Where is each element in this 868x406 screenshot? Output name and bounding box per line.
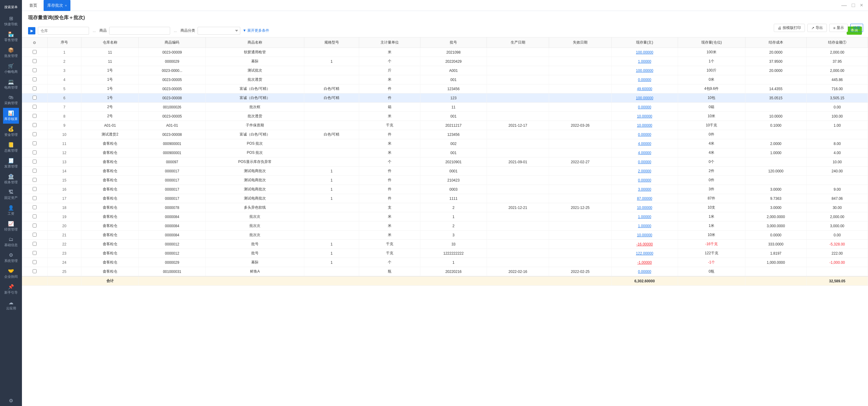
- row-checkbox[interactable]: [33, 160, 37, 164]
- row-checkbox[interactable]: [33, 114, 37, 118]
- col-prod-date[interactable]: 生产日期: [487, 37, 549, 48]
- row-checkbox[interactable]: [33, 178, 37, 182]
- export-button[interactable]: ↗ 导出: [807, 24, 827, 32]
- row-checkbox[interactable]: [33, 87, 37, 91]
- row-checkbox[interactable]: [33, 242, 37, 246]
- row-check[interactable]: [22, 249, 47, 258]
- row-check[interactable]: [22, 203, 47, 212]
- expand-conditions-button[interactable]: ▼ 展开更多条件: [243, 28, 844, 33]
- tab-close-icon[interactable]: ×: [65, 4, 67, 7]
- category-filter-select[interactable]: [197, 27, 240, 35]
- row-qty-main[interactable]: 0.00000: [611, 158, 678, 167]
- sidebar-item-collab[interactable]: 🤝企业协同: [3, 266, 19, 281]
- row-checkbox[interactable]: [33, 214, 37, 218]
- row-qty-main[interactable]: 100.00000: [611, 66, 678, 75]
- row-qty-main[interactable]: 4.00000: [611, 148, 678, 158]
- row-qty-main[interactable]: 2.00000: [611, 167, 678, 176]
- row-checkbox[interactable]: [33, 50, 37, 54]
- col-unit[interactable]: 主计量单位: [359, 37, 420, 48]
- sidebar-gear[interactable]: ⚙: [0, 395, 22, 406]
- row-checkbox[interactable]: [33, 77, 37, 81]
- row-qty-main[interactable]: 10.00000: [611, 231, 678, 240]
- row-check[interactable]: [22, 167, 47, 176]
- row-check[interactable]: [22, 231, 47, 240]
- col-qty-main[interactable]: 现存量(主): [611, 37, 678, 48]
- row-check[interactable]: [22, 112, 47, 121]
- row-check[interactable]: [22, 185, 47, 194]
- row-qty-main[interactable]: 0.00000: [611, 130, 678, 139]
- row-checkbox[interactable]: [33, 150, 37, 155]
- row-checkbox[interactable]: [33, 132, 37, 136]
- row-qty-main[interactable]: 1.00000: [611, 222, 678, 231]
- row-checkbox[interactable]: [33, 105, 37, 109]
- row-qty-main[interactable]: 1.00000: [611, 212, 678, 222]
- row-check[interactable]: [22, 66, 47, 75]
- row-check[interactable]: [22, 139, 47, 148]
- row-checkbox[interactable]: [33, 169, 37, 173]
- col-spec[interactable]: 规格型号: [304, 37, 359, 48]
- sidebar-item-inventory[interactable]: 📊库存核算: [3, 108, 19, 124]
- row-check[interactable]: [22, 148, 47, 158]
- row-check[interactable]: [22, 212, 47, 222]
- settings-link[interactable]: 设置: [850, 24, 863, 32]
- display-button[interactable]: ≡ 显示: [829, 24, 848, 32]
- row-check[interactable]: [22, 130, 47, 139]
- col-check[interactable]: ⊙: [22, 37, 47, 48]
- sidebar-item-hr[interactable]: 👤工资: [3, 203, 19, 218]
- row-qty-main[interactable]: 0.00000: [611, 176, 678, 185]
- col-total-cost[interactable]: 结存金额①: [806, 37, 868, 48]
- col-qty-store[interactable]: 现存量(仓位): [678, 37, 745, 48]
- sidebar-item-purchase[interactable]: 🛍采购管理: [3, 92, 19, 108]
- row-check[interactable]: [22, 48, 47, 57]
- row-check[interactable]: [22, 194, 47, 203]
- sidebar-item-basic[interactable]: 🗂基础信息: [3, 234, 19, 250]
- sidebar-item-wholesale[interactable]: 📦批发管理: [3, 45, 19, 61]
- row-checkbox[interactable]: [33, 260, 37, 264]
- sidebar-item-quick-nav[interactable]: ⊞快捷导航: [3, 13, 19, 29]
- row-checkbox[interactable]: [33, 187, 37, 191]
- row-qty-main[interactable]: 4.00000: [611, 139, 678, 148]
- row-qty-main[interactable]: 122.00000: [611, 249, 678, 258]
- row-check[interactable]: [22, 94, 47, 103]
- row-checkbox[interactable]: [33, 233, 37, 237]
- row-check[interactable]: [22, 267, 47, 276]
- row-qty-main[interactable]: 10.00000: [611, 112, 678, 121]
- sidebar-item-tax[interactable]: 🏦税务管理: [3, 171, 19, 187]
- row-checkbox[interactable]: [33, 141, 37, 145]
- row-checkbox[interactable]: [33, 196, 37, 200]
- window-minimize[interactable]: —: [839, 2, 849, 8]
- col-name[interactable]: 商品名称: [206, 37, 304, 48]
- tab-home[interactable]: 首页: [24, 0, 42, 11]
- row-checkbox[interactable]: [33, 96, 37, 100]
- sidebar-item-guide[interactable]: 📌新手引导: [3, 281, 19, 297]
- col-unit-cost[interactable]: 结存成本: [745, 37, 806, 48]
- row-check[interactable]: [22, 176, 47, 185]
- row-checkbox[interactable]: [33, 205, 37, 209]
- row-qty-main[interactable]: 100.00000: [611, 48, 678, 57]
- row-qty-main[interactable]: 87.00000: [611, 194, 678, 203]
- row-check[interactable]: [22, 222, 47, 231]
- row-check[interactable]: [22, 258, 47, 267]
- row-checkbox[interactable]: [33, 269, 37, 273]
- row-qty-main[interactable]: -16.00000: [611, 240, 678, 249]
- sidebar-item-small-ecom[interactable]: 🛒小畅电商: [3, 61, 19, 76]
- row-qty-main[interactable]: 100.00000: [611, 94, 678, 103]
- row-checkbox[interactable]: [33, 224, 37, 228]
- sidebar-search[interactable]: 搜索菜单: [3, 2, 19, 12]
- filter-arrow-button[interactable]: ▶: [28, 27, 35, 34]
- sidebar-item-ops[interactable]: 📈经营管理: [3, 218, 19, 234]
- sidebar-item-finance[interactable]: 💰资金管理: [3, 124, 19, 139]
- row-checkbox[interactable]: [33, 251, 37, 255]
- window-maximize[interactable]: □: [849, 2, 858, 8]
- row-qty-main[interactable]: 0.00000: [611, 103, 678, 112]
- sidebar-item-system[interactable]: ⚙系统管理: [3, 250, 19, 266]
- tab-active[interactable]: 库存批次 ×: [43, 0, 70, 11]
- col-warehouse[interactable]: 仓库名称: [82, 37, 139, 48]
- col-code[interactable]: 商品编码: [139, 37, 206, 48]
- sidebar-item-fixed-assets[interactable]: 🏗固定资产: [3, 187, 19, 203]
- row-qty-main[interactable]: 10.00000: [611, 203, 678, 212]
- row-qty-main[interactable]: 0.00000: [611, 267, 678, 276]
- row-check[interactable]: [22, 158, 47, 167]
- row-check[interactable]: [22, 84, 47, 94]
- col-exp-date[interactable]: 失效日期: [549, 37, 612, 48]
